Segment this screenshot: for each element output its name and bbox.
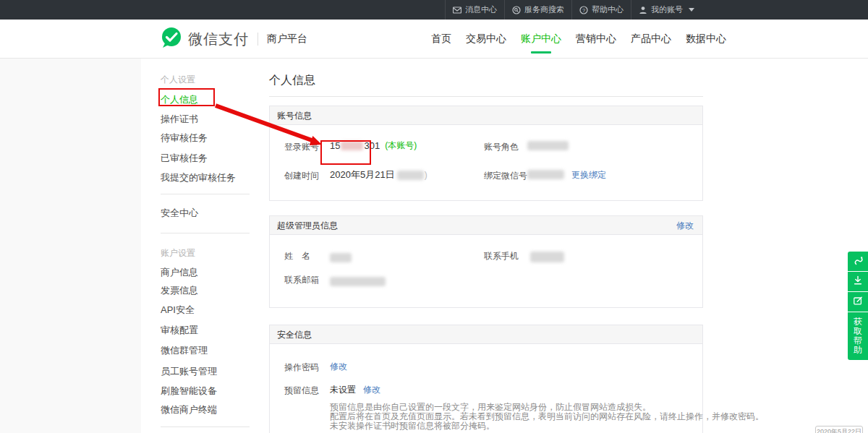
sidebar: 个人设置 个人信息 操作证书 待审核任务 已审核任务 我提交的审核任务 安全中心…: [161, 59, 250, 433]
sidebar-item-wechat-group-mgmt[interactable]: 微信群管理: [161, 344, 208, 357]
service-provider-search-label: 服务商搜索: [524, 4, 564, 15]
sidebar-divider: [161, 233, 250, 233]
download-button[interactable]: [848, 272, 868, 291]
sidebar-item-staff-account-mgmt[interactable]: 员工账号管理: [161, 365, 217, 378]
feedback-button[interactable]: [848, 292, 868, 312]
nav-marketing-center[interactable]: 营销中心: [574, 20, 618, 59]
sidebar-item-api-security[interactable]: API安全: [161, 304, 195, 317]
title-divider: [269, 96, 703, 97]
date-chip: 2020年5月22日: [815, 426, 863, 433]
page-title: 个人信息: [269, 73, 315, 88]
rebind-link[interactable]: 更换绑定: [571, 169, 606, 181]
bound-wechat-value: [527, 170, 564, 179]
main-nav: 首页 交易中心 账户中心 营销中心 产品中心 数据中心: [430, 20, 728, 59]
account-info-panel-header: 账号信息: [270, 106, 702, 125]
service-icon: [852, 254, 864, 269]
account-info-panel: 账号信息 登录账号 15 301 (本账号) 账号角色 创建时间 2020年5月…: [269, 106, 703, 201]
feedback-icon: [852, 295, 864, 309]
user-icon: [639, 6, 647, 14]
message-center-menu-item[interactable]: 消息中心: [445, 0, 504, 20]
admin-name-label: 姓 名: [284, 250, 310, 262]
redacted-admin-name: [330, 253, 352, 262]
brand[interactable]: 微信支付 商户平台: [161, 20, 307, 59]
redacted-account-role: [527, 141, 569, 150]
super-admin-panel: 超级管理员信息 修改 姓 名 联系手机 联系邮箱: [269, 215, 703, 308]
operation-password-label: 操作密码: [284, 361, 319, 374]
chevron-down-icon: [689, 8, 694, 12]
sidebar-header-account-settings: 账户设置: [161, 247, 195, 260]
sidebar-divider: [161, 426, 250, 427]
mail-icon: [453, 6, 461, 14]
reserved-info-status: 未设置 修改: [330, 384, 380, 396]
floating-help-widget: 获 取 帮 助: [848, 252, 868, 360]
svg-text:?: ?: [582, 7, 585, 13]
service-button[interactable]: [848, 252, 868, 271]
nav-product-center[interactable]: 产品中心: [629, 20, 673, 59]
sidebar-item-merchant-info[interactable]: 商户信息: [161, 266, 198, 279]
admin-phone-value: [530, 252, 564, 262]
login-account-label: 登录账号: [284, 141, 319, 153]
search-circle-icon: [512, 6, 521, 14]
redacted-login-middle: [341, 141, 363, 150]
redacted-admin-phone: [530, 252, 564, 262]
brand-portal: 商户平台: [267, 33, 307, 46]
created-time-value: 2020年5月21日 ): [330, 168, 427, 181]
help-circle-icon: ?: [579, 6, 588, 14]
topbar-menu: 消息中心 服务商搜索 ? 帮助中心 我的账号: [445, 0, 702, 20]
created-time-label: 创建时间: [284, 170, 319, 182]
nav-data-center[interactable]: 数据中心: [684, 20, 728, 59]
reserved-info-label: 预留信息: [284, 385, 319, 397]
account-role-label: 账号角色: [484, 141, 519, 153]
topbar: 消息中心 服务商搜索 ? 帮助中心 我的账号: [0, 0, 868, 20]
brand-name: 微信支付: [188, 30, 249, 49]
download-icon: [852, 275, 864, 289]
sidebar-item-face-devices[interactable]: 刷脸智能设备: [161, 385, 217, 398]
reserved-edit-link[interactable]: 修改: [363, 384, 380, 396]
current-account-tag: (本账号): [385, 140, 417, 152]
sidebar-item-pending-review[interactable]: 待审核任务: [161, 132, 208, 145]
sidebar-item-security-center[interactable]: 安全中心: [161, 207, 198, 220]
nav-account-center[interactable]: 账户中心: [519, 20, 563, 59]
redacted-wechat-id: [527, 170, 564, 179]
sidebar-header-personal-settings: 个人设置: [161, 74, 195, 86]
bound-wechat-label: 绑定微信号: [484, 170, 527, 182]
help-center-menu-item[interactable]: ? 帮助中心: [571, 0, 631, 20]
wechat-pay-logo-icon: [161, 27, 182, 51]
sidebar-item-merchant-terminal[interactable]: 微信商户终端: [161, 403, 217, 416]
sidebar-item-personal-info[interactable]: 个人信息: [161, 93, 198, 106]
service-provider-search-menu-item[interactable]: 服务商搜索: [504, 0, 571, 20]
admin-email-label: 联系邮箱: [284, 274, 319, 286]
reserved-info-description: 预留信息是由你自己设置的一段文字，用来鉴定网站身份，防止假冒网站造成损失。 配置…: [330, 403, 764, 431]
admin-phone-label: 联系手机: [484, 250, 519, 262]
account-role-value: [527, 141, 569, 150]
super-admin-panel-header: 超级管理员信息 修改: [270, 216, 702, 235]
admin-edit-link[interactable]: 修改: [676, 216, 694, 235]
my-account-label: 我的账号: [651, 4, 683, 15]
header: 微信支付 商户平台 首页 交易中心 账户中心 营销中心 产品中心 数据中心: [0, 20, 868, 59]
login-account-value: 15 301 (本账号): [330, 140, 417, 152]
active-tab-underline: [531, 51, 551, 53]
sidebar-divider: [161, 194, 250, 194]
left-gray-strip: [0, 59, 141, 433]
admin-email-value: [330, 277, 386, 286]
password-edit-link[interactable]: 修改: [330, 361, 347, 373]
security-info-panel: 安全信息 操作密码 修改 预留信息 未设置 修改 预留信息是由你自己设置的一段文…: [269, 325, 703, 433]
sidebar-item-reviewed-tasks[interactable]: 已审核任务: [161, 152, 208, 165]
admin-name-value: [330, 253, 352, 262]
brand-divider: [258, 33, 258, 46]
sidebar-item-operation-cert[interactable]: 操作证书: [161, 113, 198, 126]
security-info-panel-header: 安全信息: [270, 325, 702, 344]
nav-home[interactable]: 首页: [430, 20, 453, 59]
sidebar-item-review-config[interactable]: 审核配置: [161, 324, 198, 337]
help-center-label: 帮助中心: [592, 4, 624, 15]
message-center-label: 消息中心: [465, 4, 497, 15]
get-help-button[interactable]: 获 取 帮 助: [848, 312, 868, 360]
redacted-admin-email: [330, 277, 386, 286]
redacted-created-time: [397, 171, 424, 180]
sidebar-item-my-submitted-tasks[interactable]: 我提交的审核任务: [161, 171, 236, 184]
my-account-menu-item[interactable]: 我的账号: [631, 0, 702, 20]
nav-transaction-center[interactable]: 交易中心: [464, 20, 508, 59]
sidebar-item-invoice-info[interactable]: 发票信息: [161, 284, 198, 297]
